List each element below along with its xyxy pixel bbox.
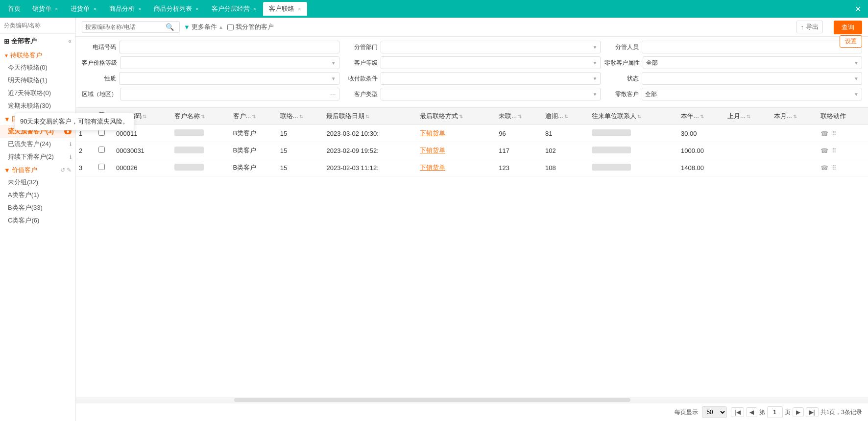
tab-product-analysis[interactable]: 商品分析 × bbox=[103, 2, 147, 16]
sidebar-search-input[interactable] bbox=[4, 22, 76, 29]
all-customers-header[interactable]: ⊞ 全部客户 « bbox=[0, 34, 75, 49]
last-method-link-0[interactable]: 下销货单 bbox=[420, 129, 445, 137]
window-close-button[interactable]: ✕ bbox=[850, 4, 866, 14]
settings-button[interactable]: 设置 bbox=[840, 35, 862, 48]
my-customers-checkbox-label[interactable]: 我分管的客户 bbox=[227, 23, 274, 31]
tab-close-product-list[interactable]: × bbox=[195, 6, 198, 12]
declining-info-icon: ℹ bbox=[70, 154, 72, 160]
tab-purchase[interactable]: 进货单 × bbox=[65, 2, 102, 16]
zerocust-select[interactable]: 全部 ▼ bbox=[642, 88, 862, 100]
last-method-link-2[interactable]: 下销货单 bbox=[420, 164, 445, 171]
action-contact-icon-2[interactable]: ☎ bbox=[820, 164, 828, 172]
payment-select[interactable]: ▼ bbox=[381, 72, 601, 85]
action-more-icon-0[interactable]: ⠿ bbox=[832, 130, 837, 137]
dept-label: 分管部门 bbox=[343, 43, 378, 51]
manager-select[interactable]: ··· bbox=[642, 41, 862, 53]
sidebar-item-declining[interactable]: 持续下滑客户(2) ℹ bbox=[0, 150, 75, 163]
sort-name[interactable]: ⇅ bbox=[201, 114, 205, 119]
prev-page-btn[interactable]: ◀ bbox=[746, 407, 757, 417]
tab-close-sales[interactable]: × bbox=[55, 6, 58, 12]
sort-overdue[interactable]: ⇅ bbox=[564, 114, 568, 119]
sort-unlink[interactable]: ⇅ bbox=[518, 114, 522, 119]
search-icon[interactable]: 🔍 bbox=[166, 23, 174, 31]
horizontal-scrollbar[interactable] bbox=[76, 397, 868, 403]
sidebar: 🔍 ⊞ 全部客户 « ▼ 待联络客户 今天待联络(0) 明天待联络(1) 近7天… bbox=[0, 18, 76, 421]
action-more-icon-2[interactable]: ⠿ bbox=[832, 164, 837, 172]
cell-last-method-0[interactable]: 下销货单 bbox=[417, 125, 496, 142]
tab-home[interactable]: 首页 bbox=[2, 2, 26, 16]
tab-customer-tier[interactable]: 客户分层经营 × bbox=[206, 2, 262, 16]
sidebar-item-tomorrow[interactable]: 明天待联络(1) bbox=[0, 74, 75, 87]
region-select[interactable]: ··· bbox=[120, 88, 339, 100]
gender-select[interactable]: ▼ bbox=[119, 72, 339, 85]
action-contact-icon-0[interactable]: ☎ bbox=[820, 130, 828, 137]
cell-last-method-2[interactable]: 下销货单 bbox=[417, 159, 496, 176]
sidebar-item-7days[interactable]: 近7天待联络(0) bbox=[0, 87, 75, 99]
cell-code-1: 00030031 bbox=[113, 142, 171, 159]
table-header-row: ⚙ 客户编码⇅ 客户名称⇅ 客户...⇅ 联络...⇅ 最后联络日期⇅ 最后联络… bbox=[76, 108, 868, 125]
sidebar-item-b-class[interactable]: B类客户(33) bbox=[0, 201, 75, 214]
sort-contacts[interactable]: ⇅ bbox=[637, 114, 641, 119]
last-method-link-1[interactable]: 下销货单 bbox=[420, 147, 445, 154]
cell-action-2[interactable]: ☎ ⠿ bbox=[818, 159, 868, 176]
zeroattr-select[interactable]: 全部 ▼ bbox=[643, 56, 862, 69]
sort-tmonth[interactable]: ⇅ bbox=[793, 114, 797, 119]
cell-last-method-1[interactable]: 下销货单 bbox=[417, 142, 496, 159]
cell-check-2[interactable] bbox=[96, 159, 113, 176]
row-checkbox-2[interactable] bbox=[98, 164, 105, 170]
sort-year[interactable]: ⇅ bbox=[700, 114, 704, 119]
dept-select[interactable]: ▼ bbox=[381, 41, 601, 53]
tab-product-list[interactable]: 商品分析列表 × bbox=[148, 2, 204, 16]
tab-close-contact[interactable]: × bbox=[298, 6, 301, 12]
sort-date[interactable]: ⇅ bbox=[365, 114, 369, 119]
sidebar-item-a-class[interactable]: A类客户(1) bbox=[0, 189, 75, 201]
tab-close-purchase[interactable]: × bbox=[93, 6, 96, 12]
per-page-select[interactable]: 50 100 200 bbox=[702, 406, 727, 418]
next-page-btn[interactable]: ▶ bbox=[793, 407, 804, 417]
sidebar-item-ungroup[interactable]: 未分组(32) bbox=[0, 176, 75, 189]
sort-level[interactable]: ⇅ bbox=[252, 114, 256, 119]
export-btn[interactable]: ↑ 导出 bbox=[796, 21, 823, 33]
cell-name-1 bbox=[171, 142, 230, 159]
sort-contact[interactable]: ⇅ bbox=[299, 114, 303, 119]
cell-check-1[interactable] bbox=[96, 142, 113, 159]
sidebar-item-overdue[interactable]: 逾期未联络(30) bbox=[0, 99, 75, 112]
edit-icon[interactable]: ✎ bbox=[67, 167, 72, 173]
cell-action-0[interactable]: ☎ ⠿ bbox=[818, 125, 868, 142]
sort-lmonth[interactable]: ⇅ bbox=[747, 114, 750, 119]
first-page-btn[interactable]: |◀ bbox=[731, 407, 744, 417]
cell-action-1[interactable]: ☎ ⠿ bbox=[818, 142, 868, 159]
region-dots[interactable]: ··· bbox=[330, 90, 336, 98]
custlevel-arrow: ▼ bbox=[592, 60, 597, 66]
query-button[interactable]: 查询 bbox=[834, 21, 862, 34]
my-customers-checkbox[interactable] bbox=[227, 24, 234, 30]
scrollbar-thumb[interactable] bbox=[234, 398, 630, 402]
action-contact-icon-1[interactable]: ☎ bbox=[820, 147, 828, 154]
filter-phone-cell: 电话号码 bbox=[82, 41, 339, 53]
sort-code[interactable]: ⇅ bbox=[143, 114, 146, 119]
sidebar-item-c-class[interactable]: C类客户(6) bbox=[0, 214, 75, 227]
more-conditions-btn[interactable]: ▼ 更多条件 ▲ bbox=[184, 23, 223, 31]
sort-method[interactable]: ⇅ bbox=[459, 114, 463, 119]
tab-sales-order[interactable]: 销货单 × bbox=[26, 2, 64, 16]
sidebar-item-today[interactable]: 今天待联络(0) bbox=[0, 61, 75, 74]
page-input[interactable] bbox=[767, 406, 783, 418]
refresh-icon[interactable]: ↺ bbox=[60, 167, 65, 173]
status-select[interactable]: ▼ bbox=[642, 72, 862, 85]
price-label: 客户价格等级 bbox=[82, 59, 117, 67]
collapse-icon[interactable]: « bbox=[68, 38, 72, 45]
phone-input[interactable] bbox=[119, 41, 339, 53]
blurred-name-1 bbox=[174, 147, 204, 153]
tab-close-customer-tier[interactable]: × bbox=[253, 6, 256, 12]
price-select[interactable]: ▼ bbox=[120, 56, 339, 69]
search-input[interactable] bbox=[85, 24, 164, 30]
row-checkbox-1[interactable] bbox=[98, 147, 105, 153]
sidebar-item-lost[interactable]: 已流失客户(24) ℹ bbox=[0, 138, 75, 150]
table-wrap: ⚙ 客户编码⇅ 客户名称⇅ 客户...⇅ 联络...⇅ 最后联络日期⇅ 最后联络… bbox=[76, 108, 868, 397]
action-more-icon-1[interactable]: ⠿ bbox=[832, 147, 837, 154]
custtype-select[interactable]: ▼ bbox=[381, 88, 601, 100]
custlevel-select[interactable]: ▼ bbox=[381, 56, 601, 69]
last-page-btn[interactable]: ▶| bbox=[806, 407, 819, 417]
tab-customer-contact[interactable]: 客户联络 × bbox=[263, 2, 307, 16]
tab-close-product-analysis[interactable]: × bbox=[138, 6, 141, 12]
